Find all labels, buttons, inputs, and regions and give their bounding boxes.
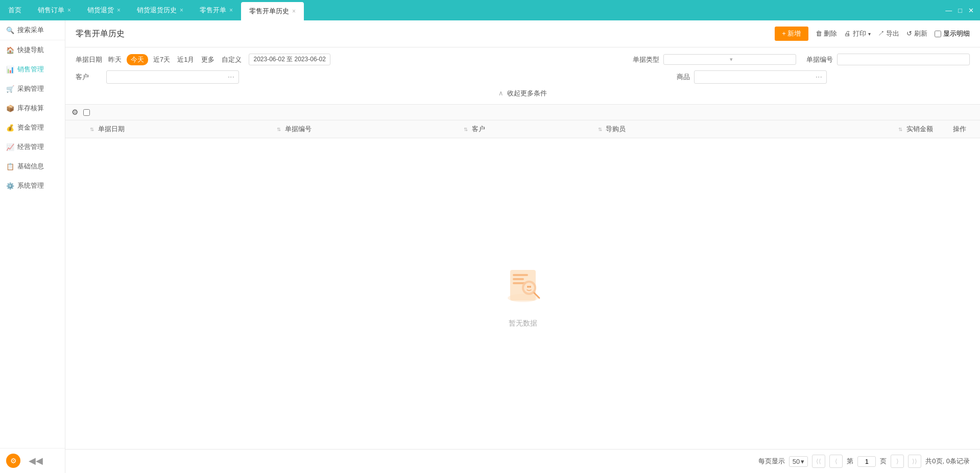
last-page-button[interactable]: ⟩⟩ (908, 455, 921, 468)
doc-type-label: 单据类型 (633, 55, 659, 64)
current-page-input[interactable] (857, 456, 876, 467)
doc-type-chevron-icon: ▾ (730, 56, 792, 63)
delete-button[interactable]: 🗑 删除 (816, 29, 838, 38)
display-detail-checkbox-label[interactable]: 显示明细 (935, 29, 970, 38)
date-opt-today[interactable]: 今天 (127, 54, 148, 65)
print-button[interactable]: 🖨 打印 (844, 29, 871, 38)
col-customer-label: 客户 (472, 125, 485, 133)
close-btn[interactable]: ✕ (968, 7, 974, 14)
date-opt-last7[interactable]: 近7天 (151, 54, 172, 65)
tab-home-label: 首页 (8, 6, 21, 15)
table-settings-icon[interactable]: ⚙ (71, 108, 78, 117)
sidebar-item-label: 销售管理 (17, 65, 44, 74)
col-salesperson[interactable]: ⇅ 导购员 (592, 120, 752, 138)
toolbar: + 新增 🗑 删除 🖨 打印 ↗ 导出 ↺ 刷新 显示明细 (775, 27, 970, 41)
doc-number-input[interactable] (842, 56, 965, 63)
col-date-label: 单据日期 (98, 125, 125, 133)
first-page-button[interactable]: ⟨⟨ (812, 455, 825, 468)
svg-point-6 (524, 283, 534, 293)
sort-number-icon: ⇅ (277, 127, 281, 132)
tab-retail-open-history-close[interactable]: × (292, 8, 296, 15)
date-opt-yesterday[interactable]: 昨天 (106, 54, 124, 65)
filter-row-2: 客户 ··· 商品 ··· (76, 70, 970, 84)
minimize-btn[interactable]: — (945, 7, 952, 14)
date-opt-custom[interactable]: 自定义 (220, 54, 244, 65)
settings-gear-button[interactable]: ⚙ (6, 454, 20, 468)
sidebar-item-inventory[interactable]: 📦 库存核算 (0, 98, 65, 118)
data-table: ⇅ 单据日期 ⇅ 单据编号 ⇅ 客户 ⇅ 导购员 (65, 120, 980, 138)
product-input[interactable] (699, 73, 814, 81)
col-number-label: 单据编号 (285, 125, 312, 133)
purchase-mgmt-icon: 🛒 (6, 85, 14, 93)
refresh-button[interactable]: ↺ 刷新 (906, 29, 927, 38)
sidebar-item-sales-mgmt[interactable]: 📊 销售管理 (0, 60, 65, 79)
sidebar-item-purchase-mgmt[interactable]: 🛒 采购管理 (0, 79, 65, 98)
table-header-row: ⇅ 单据日期 ⇅ 单据编号 ⇅ 客户 ⇅ 导购员 (65, 120, 980, 138)
doc-type-select[interactable]: ▾ (663, 54, 796, 65)
sidebar-item-operations[interactable]: 📈 经营管理 (0, 137, 65, 157)
sidebar-search[interactable]: 🔍 搜索采单 (0, 20, 65, 40)
finance-icon: 💰 (6, 124, 14, 132)
sidebar-item-system[interactable]: ⚙️ 系统管理 (0, 176, 65, 195)
pagination: 每页显示 50 ▾ ⟨⟨ ⟨ 第 页 ⟩ ⟩⟩ 共0页, 0条记录 (65, 449, 980, 473)
per-page-select[interactable]: 50 ▾ (789, 456, 808, 467)
tab-sales-return-history[interactable]: 销货退货历史 × (129, 0, 192, 20)
col-checkbox (65, 120, 84, 138)
tab-sales-return-history-close[interactable]: × (180, 7, 183, 14)
sidebar-item-label: 基础信息 (17, 162, 44, 171)
tab-sales-return-close[interactable]: × (117, 7, 121, 14)
maximize-btn[interactable]: □ (958, 7, 962, 14)
sort-date-icon: ⇅ (90, 127, 94, 132)
doc-number-field: 单据编号 (806, 54, 970, 65)
tab-sales-order[interactable]: 销售订单 × (30, 0, 79, 20)
col-customer[interactable]: ⇅ 客户 (458, 120, 591, 138)
col-salesperson-label: 导购员 (606, 125, 626, 133)
tab-retail-open-close[interactable]: × (229, 7, 233, 14)
tab-retail-open-label: 零售开单 (200, 6, 226, 15)
sidebar-item-quick-nav[interactable]: 🏠 快捷导航 (0, 40, 65, 60)
sort-amount-icon: ⇅ (898, 127, 902, 132)
add-button[interactable]: + 新增 (775, 27, 808, 41)
window-controls: — □ ✕ (945, 7, 980, 14)
col-action-label: 操作 (953, 125, 966, 133)
tab-sales-order-close[interactable]: × (67, 7, 71, 14)
sidebar: 🔍 搜索采单 🏠 快捷导航 📊 销售管理 🛒 采购管理 📦 库存核算 💰 资金管… (0, 20, 65, 473)
sidebar-item-basic-info[interactable]: 📋 基础信息 (0, 157, 65, 176)
sort-customer-icon: ⇅ (464, 127, 468, 132)
filter-area: 单据日期 昨天 今天 近7天 近1月 更多 自定义 2023-06-02 至 2… (65, 47, 980, 105)
tab-bar: 首页 销售订单 × 销货退货 × 销货退货历史 × 零售开单 × 零售开单历史 … (0, 0, 980, 20)
next-page-button[interactable]: ⟩ (891, 455, 904, 468)
inventory-icon: 📦 (6, 105, 14, 112)
date-opt-last1month[interactable]: 近1月 (175, 54, 196, 65)
date-range-display[interactable]: 2023-06-02 至 2023-06-02 (249, 54, 330, 65)
system-icon: ⚙️ (6, 182, 14, 190)
display-detail-checkbox[interactable] (935, 31, 941, 37)
customer-ellipsis-icon[interactable]: ··· (228, 72, 234, 82)
sidebar-item-label: 经营管理 (17, 142, 44, 152)
tab-retail-open-history-label: 零售开单历史 (249, 7, 289, 16)
per-page-chevron-icon: ▾ (801, 458, 804, 465)
sidebar-collapse-button[interactable]: ◀◀ (29, 455, 43, 466)
tab-retail-open-history[interactable]: 零售开单历史 × (241, 2, 304, 20)
content-area: 零售开单历史 + 新增 🗑 删除 🖨 打印 ↗ 导出 ↺ 刷新 显示明细 单据日… (65, 20, 980, 473)
customer-input-wrap: ··· (106, 70, 239, 84)
col-number[interactable]: ⇅ 单据编号 (271, 120, 458, 138)
svg-point-9 (529, 286, 531, 288)
tab-retail-open[interactable]: 零售开单 × (192, 0, 241, 20)
product-ellipsis-icon[interactable]: ··· (816, 72, 822, 82)
collapse-more-button[interactable]: ∧ 收起更多条件 (76, 89, 970, 98)
export-button[interactable]: ↗ 导出 (878, 29, 900, 38)
tab-home[interactable]: 首页 (0, 0, 30, 20)
collapse-label: 收起更多条件 (507, 89, 547, 97)
sales-mgmt-icon: 📊 (6, 66, 14, 73)
col-date[interactable]: ⇅ 单据日期 (84, 120, 271, 138)
prev-page-button[interactable]: ⟨ (829, 455, 843, 468)
sidebar-item-finance[interactable]: 💰 资金管理 (0, 118, 65, 137)
tab-sales-return[interactable]: 销货退货 × (79, 0, 129, 20)
total-info: 共0页, 0条记录 (925, 457, 970, 466)
per-page-label: 每页显示 (758, 457, 785, 466)
customer-input[interactable] (111, 73, 226, 81)
col-amount[interactable]: ⇅ 实销金额 (752, 120, 939, 138)
date-opt-more[interactable]: 更多 (199, 54, 217, 65)
select-all-checkbox[interactable] (83, 109, 90, 116)
